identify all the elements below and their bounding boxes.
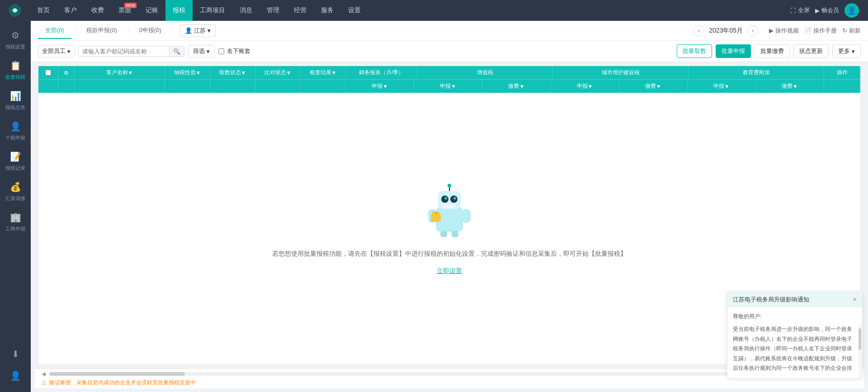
table-header: ⚙ 客户名称 ▼ 纳税性质 ▼ 取数状态 ▼ [38,66,860,93]
video-icon: ▶ [769,27,774,34]
sidebar-download[interactable]: ⬇ [0,343,31,365]
nav-operation[interactable]: 经营 [287,0,314,21]
notification-header: 江苏电子税务局升级影响通知 × [727,292,862,307]
notification-scrollbar[interactable] [859,324,862,378]
nav-tax[interactable]: 报税 [165,0,193,21]
sidebar-item-tax-settings[interactable]: ⚙ 报税设置 [0,24,31,55]
notification-close-button[interactable]: × [853,296,857,304]
svg-rect-16 [452,231,458,237]
sidebar-item-personal-tax[interactable]: 👤 个税申报 [0,115,31,146]
notification-body: 尊敬的用户: 受当前电子税务局进一步升级的影响，同一个政务网账号（办税人）名下的… [727,307,862,378]
tab-divider-2 [128,27,128,34]
sidebar-user[interactable]: 👤 [0,365,31,387]
region-selector[interactable]: 👤 江苏 ▾ [180,24,216,37]
scroll-thumb [49,372,185,376]
tax-settings-icon: ⚙ [9,29,22,42]
th2-tax-spacer: . [165,80,210,93]
app-logo[interactable] [5,0,25,21]
th2-vat-report: 申报 ▼ [414,80,482,93]
th-finance-group: 财务报表（月/季） [346,66,417,79]
select-all-checkbox[interactable] [45,70,51,76]
sort-icon-vat-report: ▼ [451,83,456,90]
sidebar-item-tax-overview[interactable]: 📊 报税总览 [0,85,31,115]
robot-illustration [420,182,479,241]
th2-vat-pay: 缴费 ▼ [482,80,551,93]
th-edu-group: 教育费附加 [689,66,824,79]
sub-account-check-input[interactable] [218,48,224,54]
notification-greeting: 尊敬的用户: [733,312,857,322]
nav-invoice[interactable]: 票据 NEW [111,0,138,21]
nav-accounting[interactable]: 记账 [138,0,165,21]
empty-message: 若您想使用批量报税功能，请先在【报税设置】中进行报税的初始化设置，完成密码验证和… [272,248,627,259]
sort-icon-fetch: ▼ [241,70,246,76]
search-input[interactable] [79,46,169,57]
nav-message[interactable]: 消息 [232,0,259,21]
th2-finance-report: 申报 ▼ [346,80,414,93]
th-checkbox[interactable] [38,66,58,79]
employee-select[interactable]: 全部员工 ▾ [38,45,75,57]
tab-right-actions: ▶ 操作视频 📄 操作手册 ↻ 刷新 [769,27,861,35]
sort-icon-city-pay: ▼ [656,83,661,90]
user-avatar[interactable]: 👤 [844,3,859,18]
toolbar: 全部员工 ▾ 🔍 筛选 ▾ 名下账套 批量取数 批量申报 批量缴费 状态更新 [31,41,868,62]
operation-manual-link[interactable]: 📄 操作手册 [804,27,837,35]
notification-title: 江苏电子税务局升级影响通知 [733,296,809,304]
tab-zero-report[interactable]: 0申报(0) [132,23,169,39]
header-row-2: . . . . . . . 申报 ▼ 申报 [38,79,860,93]
nav-settings[interactable]: 设置 [341,0,368,21]
warning-icon: ⚠ [42,380,47,386]
filter-dropdown-icon: ▾ [207,48,210,55]
more-dropdown-icon: ▾ [852,48,855,55]
sidebar-item-annual-report[interactable]: 🏢 工商年报 [0,206,31,237]
sort-icon-vat-pay: ▼ [519,83,524,90]
batch-report-button[interactable]: 批量申报 [716,44,751,58]
nav-service[interactable]: 服务 [314,0,341,21]
th2-settings-spacer: . [58,80,75,93]
nav-fee[interactable]: 收费 [84,0,111,21]
header-row-1: ⚙ 客户名称 ▼ 纳税性质 ▼ 取数状态 ▼ [38,66,860,79]
operation-video-link[interactable]: ▶ 操作视频 [769,27,799,35]
top-right-actions: ⛶ 全屏 ▶ 畅会员 👤 [790,3,859,18]
tab-tax-report[interactable]: 税款申报(0) [79,23,124,39]
filter-button[interactable]: 筛选 ▾ [188,45,215,57]
month-navigator: ‹ 2023年05月 › [693,25,758,36]
sidebar-item-annual-settlement[interactable]: 💰 汇算清缴 [0,176,31,206]
scroll-left-arrow[interactable]: ◀ [42,371,46,377]
nav-management[interactable]: 管理 [259,0,287,21]
th-ratio-status: 比对状态 ▼ [255,66,301,79]
search-button[interactable]: 🔍 [169,46,184,57]
tab-divider-1 [75,27,75,34]
sidebar-item-tax-record[interactable]: 📝 报税记录 [0,146,31,176]
month-next-button[interactable]: › [747,25,758,36]
employee-select-label: 全部员工 [42,47,66,55]
user-icon: 👤 [9,369,22,382]
region-icon: 👤 [185,27,192,34]
toolbar-right-actions: 批量取数 批量申报 批量缴费 状态更新 更多 ▾ [677,44,861,58]
tab-all[interactable]: 全部(0) [38,23,71,39]
vip-icon: ▶ [815,7,820,14]
sidebar-item-batch-tax[interactable]: 📋 批量报税 [0,55,31,85]
more-button[interactable]: 更多 ▾ [832,44,861,58]
notification-panel: 江苏电子税务局升级影响通知 × 尊敬的用户: 受当前电子税务局进一步升级的影响，… [727,292,863,378]
svg-rect-12 [462,209,471,223]
svg-rect-15 [440,231,447,237]
top-navigation: 首页 客户 收费 票据 NEW 记账 报税 工商项目 消息 管理 经营 服务 设… [0,0,868,21]
th-settings-icon[interactable]: ⚙ [58,66,75,79]
fullscreen-button[interactable]: ⛶ 全屏 [790,6,810,14]
month-prev-button[interactable]: ‹ [693,25,704,36]
th2-edu-pay: 缴费 ▼ [756,80,824,93]
sub-account-checkbox[interactable]: 名下账套 [218,47,250,55]
svg-point-1 [13,9,17,12]
sort-icon-tax: ▼ [196,70,201,76]
sidebar-bottom: ⬇ 👤 [0,343,31,392]
status-update-button[interactable]: 状态更新 [793,44,829,58]
nav-business[interactable]: 工商项目 [193,0,232,21]
batch-pay-button[interactable]: 批量缴费 [755,44,790,58]
setup-link[interactable]: 立即设置 [437,267,462,275]
employee-select-dropdown-icon: ▾ [67,48,71,55]
vip-button[interactable]: ▶ 畅会员 [815,6,839,14]
refresh-button[interactable]: ↻ 刷新 [842,27,861,35]
nav-customer[interactable]: 客户 [57,0,84,21]
nav-home[interactable]: 首页 [30,0,57,21]
batch-fetch-button[interactable]: 批量取数 [677,44,712,58]
